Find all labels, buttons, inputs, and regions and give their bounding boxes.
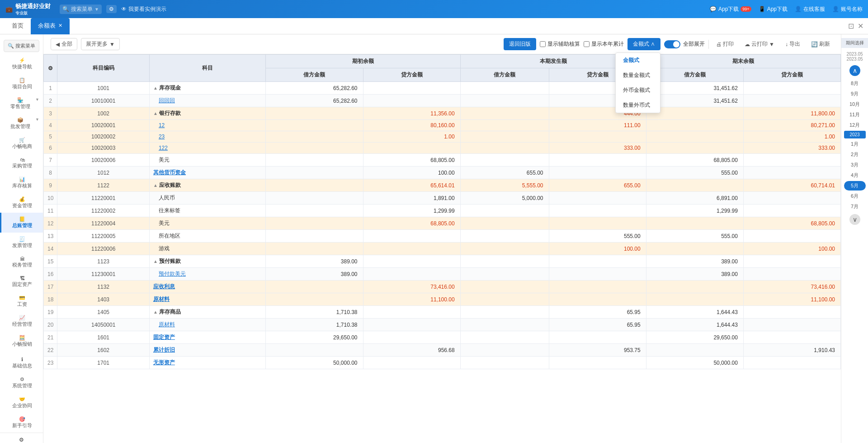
sidebar-item-ecommerce[interactable]: 🛒 小畅电商: [0, 133, 43, 153]
month-5[interactable]: 5月: [844, 181, 866, 191]
name-link-5[interactable]: 122: [159, 145, 168, 151]
td-name-14[interactable]: ▲ 预付账款: [149, 255, 265, 268]
td-name-21[interactable]: 累计折旧: [149, 344, 265, 357]
td-name-19[interactable]: 原材料: [149, 319, 265, 331]
td-name-5[interactable]: 122: [149, 143, 265, 154]
cloud-print-btn[interactable]: ☁ 云打印 ▼: [741, 38, 778, 50]
name-link-15[interactable]: 预付款美元: [159, 271, 186, 277]
period-collapse-btn[interactable]: ∨: [849, 214, 860, 225]
th-settings[interactable]: ⚙: [44, 55, 57, 82]
amount-option-1[interactable]: 金额式: [616, 53, 660, 68]
sidebar-item-quick-nav[interactable]: ⚡ 快捷导航: [0, 54, 43, 74]
sidebar-item-retail[interactable]: 🏪 零售管理 ▼: [0, 94, 43, 114]
sidebar-search-btn[interactable]: 🔍 搜索菜单: [4, 40, 39, 52]
name-link-1[interactable]: 回回回: [159, 97, 175, 104]
sidebar-item-invoice[interactable]: 🧾 发票管理: [0, 233, 43, 252]
sidebar-item-guide[interactable]: 🎯 新手引导: [0, 413, 43, 433]
td-period-debit-10: [460, 205, 549, 217]
search-bar-wrap[interactable]: 🔍 搜索菜单 ▼: [60, 5, 102, 14]
td-name-2[interactable]: ▲ 银行存款: [149, 107, 265, 120]
sidebar-item-inventory[interactable]: 📊 库存核算: [0, 173, 43, 193]
amount-option-3[interactable]: 外币金额式: [616, 83, 660, 98]
show-assist-checkbox[interactable]: 显示辅助核算: [540, 40, 580, 48]
show-year-checkbox[interactable]: 显示本年累计: [584, 40, 624, 48]
amount-style-btn[interactable]: 金额式 ∧: [627, 38, 660, 50]
month-10[interactable]: 10月: [844, 100, 866, 109]
td-closing-credit-11: 68,805.00: [743, 217, 840, 230]
month-6[interactable]: 6月: [844, 191, 866, 201]
amount-option-2[interactable]: 数量金额式: [616, 68, 660, 83]
sidebar-item-wholesale[interactable]: 📦 批发管理 ▼: [0, 114, 43, 133]
sidebar-item-basic[interactable]: ℹ 基础信息: [0, 353, 43, 373]
td-name-16[interactable]: 应收利息: [149, 281, 265, 293]
year-checkbox-input[interactable]: [584, 41, 590, 47]
month-11[interactable]: 11月: [844, 110, 866, 119]
refresh-btn[interactable]: 🔄 刷新: [807, 38, 834, 50]
print-btn[interactable]: 🖨 打印: [712, 38, 737, 50]
demo-link[interactable]: 👁 我要看实例演示: [121, 5, 166, 13]
online-service-btn[interactable]: 👤 在线客服: [795, 5, 825, 13]
toggle-switch-control[interactable]: [664, 40, 680, 48]
amount-option-4[interactable]: 数量外币式: [616, 98, 660, 113]
expand-btn[interactable]: 展开更多 ▼: [81, 38, 120, 50]
tab-balance[interactable]: 余额表 ✕: [31, 18, 70, 34]
year-2023[interactable]: 2023: [844, 131, 866, 138]
sidebar-item-partner[interactable]: 🤝 企业协同: [0, 393, 43, 413]
settings-btn[interactable]: ⚙: [106, 5, 117, 13]
td-name-8[interactable]: ▲ 应收账款: [149, 179, 265, 192]
tab-home[interactable]: 首页: [5, 18, 31, 34]
month-9[interactable]: 9月: [844, 89, 866, 99]
sidebar-item-system[interactable]: ⚙ 系统管理: [0, 373, 43, 393]
sidebar-item-report[interactable]: 🧮 小畅报销: [0, 331, 43, 351]
month-2[interactable]: 2月: [844, 150, 866, 159]
sidebar-item-operations[interactable]: 📈 经营管理: [0, 311, 43, 331]
user-avatar[interactable]: 👤 账号名称: [832, 5, 863, 13]
name-link-20[interactable]: 固定资产: [153, 334, 175, 340]
name-link-4[interactable]: 23: [159, 133, 165, 140]
month-7[interactable]: 7月: [844, 202, 866, 211]
return-old-btn[interactable]: 退回旧版: [504, 38, 536, 50]
sidebar-item-payroll[interactable]: 💳 工资: [0, 291, 43, 311]
back-btn[interactable]: ◀ 全部: [51, 38, 77, 50]
month-3[interactable]: 3月: [844, 160, 866, 170]
tab-close-icon[interactable]: ✕: [58, 23, 62, 29]
td-code-10: 11220002: [57, 205, 150, 217]
td-name-22[interactable]: 无形资产: [149, 357, 265, 369]
sidebar-item-purchase[interactable]: 🛍 采购管理: [0, 153, 43, 173]
sidebar-item-tax[interactable]: 🏛 税务管理: [0, 252, 43, 272]
month-8[interactable]: 8月: [844, 79, 866, 88]
td-name-1[interactable]: 回回回: [149, 95, 265, 107]
app-download-btn[interactable]: 📱 App下载: [759, 5, 788, 13]
td-name-4[interactable]: 23: [149, 131, 265, 143]
expand-all-toggle[interactable]: 全部展开: [664, 40, 705, 48]
assist-checkbox-input[interactable]: [540, 41, 546, 47]
tab-close-all[interactable]: ⊡ ✕: [848, 22, 863, 30]
month-1[interactable]: 1月: [844, 139, 866, 149]
name-link-7[interactable]: 其他货币资金: [153, 169, 186, 176]
month-4[interactable]: 4月: [844, 171, 866, 180]
export-btn[interactable]: ↓ 导出: [782, 38, 804, 50]
sidebar-item-ledger[interactable]: 📒 总账管理: [0, 213, 43, 233]
td-name-15[interactable]: 预付款美元: [149, 268, 265, 281]
name-link-17[interactable]: 原材料: [153, 296, 170, 302]
td-name-17[interactable]: 原材料: [149, 293, 265, 306]
sidebar-item-project[interactable]: 📋 项目合同: [0, 74, 43, 94]
name-link-22[interactable]: 无形资产: [153, 359, 175, 366]
name-link-21[interactable]: 累计折旧: [153, 347, 175, 353]
sidebar-item-capital[interactable]: 💰 资金管理: [0, 193, 43, 213]
name-link-3[interactable]: 12: [159, 122, 165, 129]
notification-btn[interactable]: 💬 App下载 99+: [710, 5, 751, 13]
maximize-icon: ⊡: [848, 22, 854, 30]
name-link-19[interactable]: 原材料: [159, 321, 175, 328]
sidebar-item-assets[interactable]: 🏗 固定资产: [0, 272, 43, 291]
sidebar-settings-btn[interactable]: ⚙: [19, 437, 24, 443]
td-name-0[interactable]: ▲ 库存现金: [149, 82, 265, 95]
name-link-16[interactable]: 应收利息: [153, 283, 175, 290]
td-name-3[interactable]: 12: [149, 120, 265, 131]
period-expand-up-btn[interactable]: ∧: [849, 65, 860, 76]
top-search-placeholder[interactable]: 搜索菜单: [71, 5, 93, 13]
month-12[interactable]: 12月: [844, 120, 866, 130]
td-name-7[interactable]: 其他货币资金: [149, 167, 265, 179]
td-name-18[interactable]: ▲ 库存商品: [149, 306, 265, 319]
td-name-20[interactable]: 固定资产: [149, 331, 265, 344]
